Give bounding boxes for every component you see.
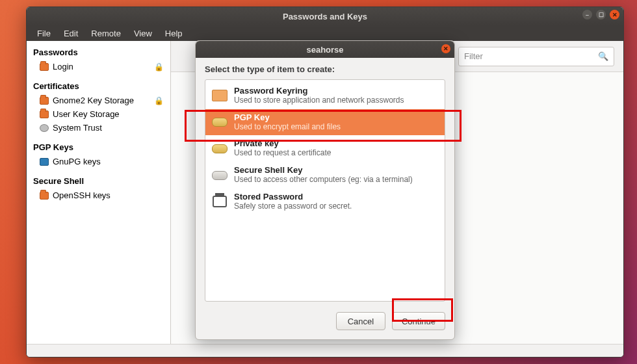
window-title: Passwords and Keys [283, 12, 367, 21]
item-type-row[interactable]: Stored PasswordSafely store a password o… [205, 188, 445, 215]
menu-edit[interactable]: Edit [58, 27, 83, 40]
folder-icon [40, 192, 49, 200]
continue-button[interactable]: Continue [392, 312, 445, 330]
item-type-row[interactable]: Private keyUsed to request a certificate [205, 135, 445, 162]
sidebar-item[interactable]: OpenSSH keys [27, 188, 170, 202]
dialog-titlebar[interactable]: seahorse ✕ [196, 41, 454, 58]
sidebar-header: PGP Keys [27, 138, 170, 155]
sidebar-header: Certificates [27, 77, 170, 94]
dialog-title: seahorse [306, 45, 343, 55]
sidebar-header: Passwords [27, 44, 170, 60]
sidebar-item-label: User Key Storage [53, 109, 120, 119]
key-icon [212, 168, 228, 183]
item-type-title: Password Keyring [234, 86, 404, 96]
key-icon [212, 114, 228, 130]
window-titlebar[interactable]: Passwords and Keys – ☐ ✕ [27, 7, 623, 25]
folder-icon [40, 110, 49, 118]
search-icon: 🔍 [598, 51, 608, 61]
item-type-title: Stored Password [234, 192, 352, 202]
item-type-desc: Used to access other computers (eg: via … [234, 176, 413, 185]
sidebar-item-label: System Trust [53, 123, 102, 133]
sidebar-item-label: Login [53, 62, 73, 72]
item-type-title: PGP Key [234, 113, 341, 123]
search-placeholder: Filter [464, 51, 483, 61]
sidebar-item-label: OpenSSH keys [53, 190, 110, 200]
item-type-row[interactable]: PGP KeyUsed to encrypt email and files [205, 109, 445, 136]
dialog-body: Select the type of item to create: Passw… [196, 58, 454, 304]
item-type-desc: Used to request a certificate [234, 149, 331, 158]
menu-view[interactable]: View [129, 27, 157, 40]
lock-icon [212, 194, 228, 209]
item-type-desc: Used to store application and network pa… [234, 96, 404, 105]
window-maximize-button[interactable]: ☐ [596, 10, 606, 20]
menubar: File Edit Remote View Help [27, 25, 623, 41]
dialog-prompt: Select the type of item to create: [205, 64, 445, 74]
item-type-row[interactable]: Secure Shell KeyUsed to access other com… [205, 162, 445, 188]
sidebar-item[interactable]: System Trust [27, 121, 170, 135]
lock-icon: 🔒 [154, 62, 164, 72]
item-type-list: Password KeyringUsed to store applicatio… [205, 79, 445, 302]
sidebar-item[interactable]: Login🔒 [27, 60, 170, 73]
cancel-button[interactable]: Cancel [336, 312, 385, 330]
key-icon [212, 141, 228, 157]
window-close-button[interactable]: ✕ [610, 10, 619, 20]
statusbar [27, 344, 623, 357]
window-controls: – ☐ ✕ [582, 10, 619, 20]
sidebar-item[interactable]: GnuPG keys [27, 155, 170, 168]
search-input[interactable]: Filter 🔍 [458, 47, 614, 66]
lock-icon: 🔒 [154, 96, 164, 105]
sidebar-header: Secure Shell [27, 172, 170, 188]
folder-icon [40, 63, 49, 71]
key-icon [40, 158, 49, 166]
menu-help[interactable]: Help [160, 27, 188, 40]
sidebar-item-label: GnuPG keys [53, 157, 101, 166]
sidebar-item[interactable]: Gnome2 Key Storage🔒 [27, 94, 170, 107]
item-type-row[interactable]: Password KeyringUsed to store applicatio… [205, 83, 445, 109]
menu-remote[interactable]: Remote [86, 27, 126, 40]
folder-icon [212, 88, 228, 103]
item-type-title: Private key [234, 139, 331, 149]
sidebar: PasswordsLogin🔒CertificatesGnome2 Key St… [27, 41, 171, 344]
item-type-desc: Safely store a password or secret. [234, 202, 352, 211]
menu-file[interactable]: File [32, 27, 56, 40]
window-minimize-button[interactable]: – [582, 10, 592, 20]
folder-icon [40, 97, 49, 105]
sidebar-item-label: Gnome2 Key Storage [53, 96, 134, 105]
dialog-close-button[interactable]: ✕ [441, 44, 450, 53]
item-type-title: Secure Shell Key [234, 166, 413, 176]
sidebar-item[interactable]: User Key Storage [27, 107, 170, 121]
dialog-actions: Cancel Continue [196, 304, 454, 339]
new-item-dialog: seahorse ✕ Select the type of item to cr… [195, 40, 455, 340]
item-type-desc: Used to encrypt email and files [234, 123, 341, 132]
gear-icon [40, 124, 49, 132]
